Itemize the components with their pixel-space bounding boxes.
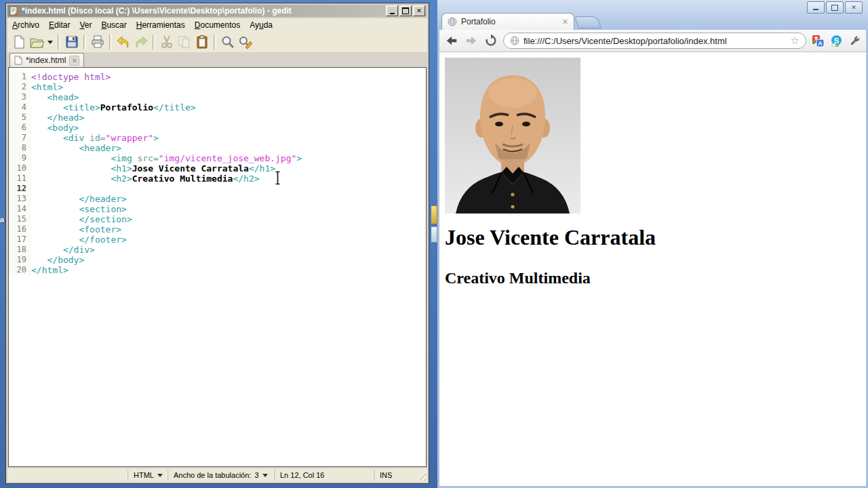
line-number: 7 — [9, 133, 31, 143]
gedit-menubar: ArchivoEditarVerBuscarHerramientasDocume… — [7, 18, 427, 32]
browser-tab-portafolio[interactable]: Portafolio ✕ — [441, 13, 574, 30]
find-and-replace-icon[interactable] — [237, 33, 254, 51]
undo-icon[interactable] — [115, 33, 132, 51]
language-mode-dropdown[interactable]: HTML — [127, 470, 167, 481]
document-icon — [14, 56, 22, 65]
code-line: 7 <div id="wrapper"> — [9, 133, 426, 143]
code-line: 1<!doctype html> — [9, 72, 426, 82]
code-text: <head> — [31, 92, 79, 102]
open-dropdown-icon[interactable] — [45, 33, 55, 51]
toolbar-separator — [214, 35, 216, 49]
tab-width-dropdown[interactable]: Ancho de la tabulación: 3 — [167, 470, 274, 481]
find-icon[interactable] — [219, 33, 237, 51]
line-number: 16 — [9, 224, 31, 235]
back-icon[interactable] — [444, 33, 459, 48]
page-heading: Jose Vicente Carratala — [445, 225, 656, 250]
redo-icon[interactable] — [132, 33, 150, 51]
menu-item-buscar[interactable]: Buscar — [96, 19, 131, 31]
gedit-statusbar: HTML Ancho de la tabulación: 3 Ln 12, Co… — [7, 468, 427, 482]
desktop-icon-fragment — [431, 205, 437, 224]
close-icon[interactable]: ✕ — [413, 5, 425, 16]
code-text: <img src="img/vicente_jose_web.jpg"> — [31, 153, 302, 163]
gedit-titlebar[interactable]: *index.html (Disco local (C:) \Users\Vic… — [7, 5, 427, 17]
code-text: <title>Portafolio</title> — [31, 102, 196, 113]
code-text: <body> — [31, 123, 79, 133]
line-number: 6 — [9, 123, 31, 133]
gedit-text-editor[interactable]: 1<!doctype html>2<html>3 <head>4 <title>… — [8, 67, 427, 467]
code-line: 6 <body> — [9, 123, 426, 133]
open-icon[interactable] — [28, 33, 45, 51]
address-bar[interactable]: file:///C:/Users/Vicente/Desktop/portafo… — [503, 33, 806, 49]
statusbar-message-area — [7, 468, 127, 482]
code-text: <section> — [31, 204, 127, 214]
minimize-icon[interactable] — [807, 1, 825, 14]
code-line: 5 </head> — [9, 113, 426, 123]
code-text: <h1>Jose Vicente Carratala</h1> — [31, 163, 275, 174]
tab-close-icon[interactable]: ✕ — [562, 18, 568, 26]
bookmark-star-icon[interactable]: ☆ — [791, 36, 800, 46]
code-text: <html> — [31, 82, 63, 92]
code-text: <footer> — [31, 224, 121, 235]
line-number: 4 — [9, 102, 31, 113]
tab-title: Portafolio — [461, 17, 558, 26]
code-line: 2<html> — [9, 82, 426, 92]
translate-extension-icon[interactable]: A — [811, 34, 825, 47]
desktop-icon-fragment — [431, 226, 437, 243]
browser-viewport: Jose Vicente Carratala Creativo Multimed… — [439, 52, 866, 486]
menu-item-editar[interactable]: Editar — [44, 19, 75, 31]
toolbar-separator — [58, 35, 60, 49]
code-line: 3 <head> — [9, 92, 426, 102]
wrench-menu-icon[interactable] — [848, 34, 861, 47]
code-line: 11 <h2>Creativo Multimedia</h2> — [9, 174, 426, 184]
minimize-icon[interactable] — [386, 5, 398, 16]
code-line: 9 <img src="img/vicente_jose_web.jpg"> — [9, 153, 426, 163]
line-number: 2 — [9, 82, 31, 92]
reload-icon[interactable] — [484, 33, 498, 48]
gedit-tab-index-html[interactable]: *index.html ✕ — [9, 53, 84, 67]
code-text: <h2>Creativo Multimedia</h2> — [31, 174, 260, 184]
line-number: 8 — [9, 143, 31, 153]
paste-icon[interactable] — [193, 33, 211, 51]
save-icon[interactable] — [63, 33, 81, 51]
menu-item-ver[interactable]: Ver — [75, 19, 96, 31]
new-tab-button[interactable] — [574, 16, 601, 28]
line-number: 12 — [9, 184, 31, 194]
new-document-icon[interactable] — [10, 33, 28, 51]
language-mode-value: HTML — [134, 471, 154, 479]
code-line: 13 </header> — [9, 194, 426, 204]
code-line: 10 <h1>Jose Vicente Carratala</h1> — [9, 163, 426, 174]
menu-item-herramientas[interactable]: Herramientas — [132, 19, 190, 31]
line-number: 11 — [9, 174, 31, 184]
close-icon[interactable]: ✕ — [845, 1, 863, 14]
page-subheading: Creativo Multimedia — [445, 269, 591, 287]
gedit-window: *index.html (Disco local (C:) \Users\Vic… — [5, 3, 429, 484]
code-text: <header> — [31, 143, 121, 153]
copy-icon[interactable] — [176, 33, 193, 51]
tab-close-icon[interactable]: ✕ — [69, 56, 79, 66]
tab-width-value: 3 — [254, 471, 258, 479]
menu-item-archivo[interactable]: Archivo — [7, 19, 44, 31]
caret-down-icon — [262, 474, 268, 480]
forward-icon[interactable] — [464, 33, 479, 48]
cut-icon[interactable] — [158, 33, 176, 51]
code-line: 18 </div> — [9, 245, 426, 255]
resize-grip[interactable] — [416, 471, 426, 481]
tab-width-label: Ancho de la tabulación: — [174, 471, 251, 479]
url-text[interactable]: file:///C:/Users/Vicente/Desktop/portafo… — [524, 36, 787, 46]
code-line: 16 <footer> — [9, 224, 426, 235]
code-line: 8 <header> — [9, 143, 426, 153]
code-text: </footer> — [31, 235, 127, 245]
cursor-position-value: Ln 12, Col 16 — [280, 471, 324, 479]
menu-item-ayuda[interactable]: Ayuda — [245, 19, 277, 31]
maximize-icon[interactable] — [399, 5, 412, 16]
menu-item-documentos[interactable]: Documentos — [190, 19, 245, 31]
print-icon[interactable] — [89, 33, 106, 51]
svg-text:A: A — [818, 39, 823, 46]
code-text: </html> — [31, 265, 68, 275]
skype-extension-icon[interactable]: S — [829, 34, 843, 47]
line-number: 17 — [9, 235, 31, 245]
mouse-cursor-ibeam — [273, 171, 282, 188]
maximize-icon[interactable] — [826, 1, 844, 14]
code-line: 15 </section> — [9, 214, 426, 224]
code-line: 14 <section> — [9, 204, 426, 214]
